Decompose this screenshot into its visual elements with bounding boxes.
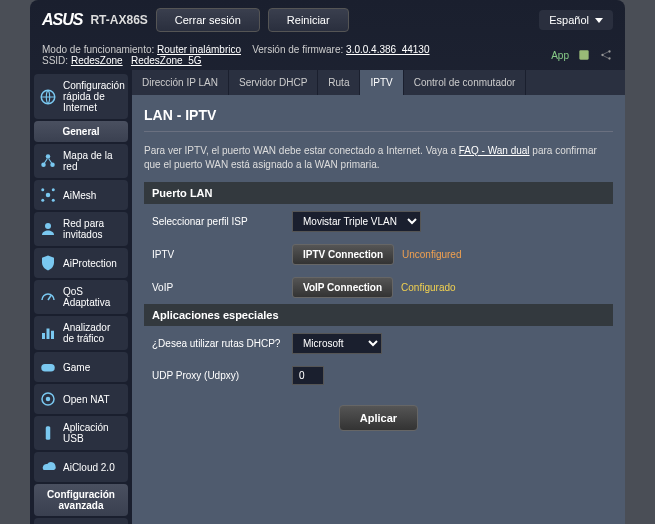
sidebar-label: AiMesh — [63, 190, 96, 201]
content-area: Dirección IP LAN Servidor DHCP Ruta IPTV… — [132, 70, 625, 524]
tab-route[interactable]: Ruta — [318, 70, 360, 95]
sidebar-item-netmap[interactable]: Mapa de la red — [34, 144, 128, 178]
usb-icon — [39, 424, 57, 442]
sidebar-label: Analizador de tráfico — [63, 322, 123, 344]
mode-label: Modo de funcionamiento: — [42, 44, 154, 55]
tab-iptv[interactable]: IPTV — [360, 70, 403, 95]
iptv-connection-button[interactable]: IPTV Connection — [292, 244, 394, 265]
sidebar-item-game[interactable]: Game — [34, 352, 128, 382]
sidebar-item-aicloud[interactable]: AiCloud 2.0 — [34, 452, 128, 482]
gauge-icon — [39, 288, 57, 306]
sidebar-item-guest[interactable]: Red para invitados — [34, 212, 128, 246]
udp-label: UDP Proxy (Udpxy) — [152, 370, 292, 381]
svg-rect-15 — [47, 329, 50, 340]
logout-button[interactable]: Cerrar sesión — [156, 8, 260, 32]
tab-lanip[interactable]: Dirección IP LAN — [132, 70, 229, 95]
sidebar-label: AiCloud 2.0 — [63, 462, 115, 473]
status-icon[interactable] — [577, 48, 591, 62]
sidebar-item-aimesh[interactable]: AiMesh — [34, 180, 128, 210]
language-label: Español — [549, 14, 589, 26]
sidebar-header-advanced: Configuración avanzada — [34, 484, 128, 516]
netmap-icon — [39, 152, 57, 170]
share-icon[interactable] — [599, 48, 613, 62]
globe-icon — [39, 88, 57, 106]
sidebar-label: AiProtection — [63, 258, 117, 269]
voip-connection-button[interactable]: VoIP Connection — [292, 277, 393, 298]
svg-rect-20 — [46, 426, 51, 440]
model-label: RT-AX86S — [90, 13, 147, 27]
language-selector[interactable]: Español — [539, 10, 613, 30]
tab-switch[interactable]: Control de conmutador — [404, 70, 527, 95]
fw-link[interactable]: 3.0.0.4.386_44130 — [346, 44, 429, 55]
field-isp-profile: Seleccionar perfil ISP Movistar Triple V… — [144, 205, 613, 238]
svg-rect-17 — [41, 364, 55, 372]
aimesh-icon — [39, 186, 57, 204]
sidebar-label: Game — [63, 362, 90, 373]
svg-point-13 — [45, 223, 51, 229]
ssid-label: SSID: — [42, 55, 68, 66]
reboot-button[interactable]: Reiniciar — [268, 8, 349, 32]
sidebar-item-quick-setup[interactable]: Configuración rápida de Internet — [34, 74, 128, 119]
svg-point-12 — [52, 199, 55, 202]
sidebar-header-general: General — [34, 121, 128, 142]
field-voip: VoIP VoIP Connection Configurado — [144, 271, 613, 304]
svg-point-19 — [46, 397, 51, 402]
voip-status: Configurado — [401, 282, 455, 293]
faq-link[interactable]: FAQ - Wan dual — [459, 145, 530, 156]
page-title: LAN - IPTV — [144, 107, 613, 132]
iptv-status: Unconfigured — [402, 249, 461, 260]
info-bar: Modo de funcionamiento: Router inalámbri… — [30, 40, 625, 70]
svg-point-7 — [50, 163, 55, 168]
sidebar-label: Open NAT — [63, 394, 110, 405]
svg-point-9 — [41, 188, 44, 191]
field-iptv: IPTV IPTV Connection Unconfigured — [144, 238, 613, 271]
brand-logo: ASUS — [42, 11, 82, 29]
chevron-down-icon — [595, 18, 603, 23]
gamepad-icon — [39, 358, 57, 376]
top-bar: ASUS RT-AX86S Cerrar sesión Reiniciar Es… — [30, 0, 625, 40]
svg-point-11 — [41, 199, 44, 202]
sidebar-item-aiprotect[interactable]: AiProtection — [34, 248, 128, 278]
sidebar-label: Configuración rápida de Internet — [63, 80, 125, 113]
iptv-label: IPTV — [152, 249, 292, 260]
sidebar-label: Red para invitados — [63, 218, 123, 240]
svg-rect-14 — [42, 333, 45, 339]
svg-rect-0 — [579, 50, 588, 59]
field-udp-proxy: UDP Proxy (Udpxy) — [144, 360, 613, 391]
mode-link[interactable]: Router inalámbrico — [157, 44, 241, 55]
isp-select[interactable]: Movistar Triple VLAN — [292, 211, 421, 232]
tabs: Dirección IP LAN Servidor DHCP Ruta IPTV… — [132, 70, 625, 95]
ssid2-link[interactable]: RedesZone_5G — [131, 55, 202, 66]
sidebar-label: Aplicación USB — [63, 422, 123, 444]
sidebar-item-opennat[interactable]: Open NAT — [34, 384, 128, 414]
sidebar-item-qos[interactable]: QoS Adaptativa — [34, 280, 128, 314]
isp-label: Seleccionar perfil ISP — [152, 216, 292, 227]
fw-label: Versión de firmware: — [252, 44, 343, 55]
section-lan-port: Puerto LAN — [144, 182, 613, 204]
field-dhcp-routes: ¿Desea utilizar rutas DHCP? Microsoft — [144, 327, 613, 360]
voip-label: VoIP — [152, 282, 292, 293]
guest-icon — [39, 220, 57, 238]
sidebar: Configuración rápida de Internet General… — [30, 70, 132, 524]
page-description: Para ver IPTV, el puerto WAN debe estar … — [144, 144, 613, 172]
dhcp-label: ¿Desea utilizar rutas DHCP? — [152, 338, 292, 349]
dhcp-select[interactable]: Microsoft — [292, 333, 382, 354]
shield-icon — [39, 254, 57, 272]
svg-point-6 — [41, 163, 46, 168]
section-special-apps: Aplicaciones especiales — [144, 304, 613, 326]
target-icon — [39, 390, 57, 408]
svg-point-5 — [46, 154, 51, 159]
ssid1-link[interactable]: RedesZone — [71, 55, 123, 66]
svg-point-10 — [52, 188, 55, 191]
sidebar-label: Mapa de la red — [63, 150, 123, 172]
chart-icon — [39, 324, 57, 342]
sidebar-item-wireless[interactable]: Inalámbrico — [34, 518, 128, 524]
sidebar-item-usb[interactable]: Aplicación USB — [34, 416, 128, 450]
udp-input[interactable] — [292, 366, 324, 385]
tab-dhcp[interactable]: Servidor DHCP — [229, 70, 318, 95]
sidebar-item-traffic[interactable]: Analizador de tráfico — [34, 316, 128, 350]
cloud-icon — [39, 458, 57, 476]
sidebar-label: QoS Adaptativa — [63, 286, 123, 308]
app-link[interactable]: App — [551, 50, 569, 61]
apply-button[interactable]: Aplicar — [339, 405, 418, 431]
